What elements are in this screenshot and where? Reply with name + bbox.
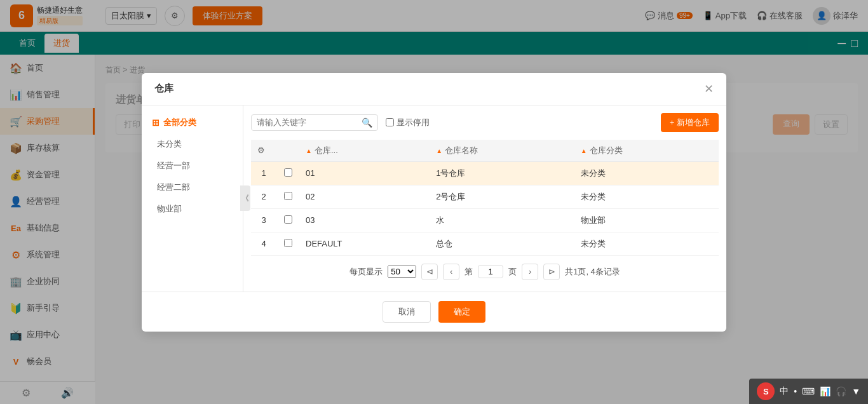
row-gear-3: 3 bbox=[251, 208, 276, 232]
show-disabled-label: 显示停用 bbox=[397, 117, 430, 128]
row-cb-2 bbox=[276, 185, 299, 208]
page-input[interactable] bbox=[478, 265, 503, 278]
row-category-3: 物业部 bbox=[574, 208, 719, 232]
row-num-1: 01 bbox=[299, 161, 430, 185]
table-row[interactable]: 3 03 水 物业部 bbox=[251, 208, 719, 232]
category-panel: ⊞ 全部分类 未分类 经营一部 经营二部 物业部 《 bbox=[142, 105, 243, 292]
row-cb-3 bbox=[276, 208, 299, 232]
keyboard-icon[interactable]: ⌨ bbox=[802, 386, 815, 396]
chart-icon[interactable]: 📊 bbox=[820, 386, 831, 396]
row-num-3: 03 bbox=[299, 208, 430, 232]
table-toolbar: 🔍 显示停用 + 新增仓库 bbox=[251, 113, 719, 132]
search-input[interactable] bbox=[257, 118, 362, 127]
search-wrap: 🔍 bbox=[251, 114, 378, 131]
row-name-3: 水 bbox=[430, 208, 574, 232]
dialog-footer: 取消 确定 bbox=[142, 292, 726, 332]
page-next-button[interactable]: › bbox=[522, 264, 538, 280]
total-info: 共1页, 4条记录 bbox=[565, 266, 620, 278]
search-icon[interactable]: 🔍 bbox=[362, 118, 372, 128]
row-name-4: 总仓 bbox=[430, 232, 574, 255]
dialog-close-button[interactable]: ✕ bbox=[704, 82, 714, 96]
col-checkbox bbox=[276, 140, 299, 162]
col-name[interactable]: ▲仓库名称 bbox=[430, 140, 574, 162]
pagination: 每页显示 50 100 200 ⊲ ‹ 第 页 › ⊳ 共1页, 4条记录 bbox=[251, 256, 719, 284]
row-category-2: 未分类 bbox=[574, 185, 719, 208]
row-num-4: DEFAULT bbox=[299, 232, 430, 255]
category-item-property[interactable]: 物业部 bbox=[142, 198, 243, 220]
confirm-button[interactable]: 确定 bbox=[438, 301, 485, 323]
row-num-2: 02 bbox=[299, 185, 430, 208]
grid-icon: ⊞ bbox=[152, 118, 159, 128]
dialog-title: 仓库 bbox=[154, 83, 173, 95]
headset-bottom-icon[interactable]: 🎧 bbox=[836, 386, 846, 396]
sort-icon-name: ▲ bbox=[436, 147, 442, 154]
dot-icon: • bbox=[794, 386, 797, 396]
input-method-icon[interactable]: 中 bbox=[780, 386, 789, 397]
warehouse-table: ⚙ ▲仓库... ▲仓库名称 ▲仓库分类 bbox=[251, 140, 719, 256]
table-row[interactable]: 2 02 2号仓库 未分类 bbox=[251, 185, 719, 208]
row-category-1: 未分类 bbox=[574, 161, 719, 185]
per-page-label: 每页显示 bbox=[349, 266, 383, 278]
cancel-button[interactable]: 取消 bbox=[383, 301, 431, 323]
category-item-ops1[interactable]: 经营一部 bbox=[142, 155, 243, 177]
page-first-button[interactable]: ⊲ bbox=[421, 264, 438, 280]
show-disabled-checkbox[interactable] bbox=[386, 118, 394, 126]
row-checkbox-3[interactable] bbox=[284, 215, 292, 224]
dialog-overlay: 仓库 ✕ ⊞ 全部分类 未分类 经营一部 经营二部 物业部 《 bbox=[0, 0, 868, 404]
page-label: 第 bbox=[465, 266, 473, 278]
table-row[interactable]: 1 01 1号仓库 未分类 bbox=[251, 161, 719, 185]
category-item-uncategorized[interactable]: 未分类 bbox=[142, 133, 243, 155]
sort-icon-code: ▲ bbox=[306, 147, 312, 154]
chevron-bottom-icon[interactable]: ▼ bbox=[851, 386, 860, 396]
dialog-header: 仓库 ✕ bbox=[142, 73, 726, 105]
table-panel: 🔍 显示停用 + 新增仓库 ⚙ bbox=[243, 105, 726, 292]
row-cb-1 bbox=[276, 161, 299, 185]
page-last-button[interactable]: ⊳ bbox=[543, 264, 560, 280]
page-prev-button[interactable]: ‹ bbox=[443, 264, 459, 280]
col-category[interactable]: ▲仓库分类 bbox=[574, 140, 719, 162]
gear-icon: ⚙ bbox=[257, 145, 265, 155]
col-gear: ⚙ bbox=[251, 140, 276, 162]
sort-icon-category: ▲ bbox=[581, 147, 587, 154]
bottom-right-bar: S 中 • ⌨ 📊 🎧 ▼ bbox=[749, 379, 868, 404]
add-warehouse-button[interactable]: + 新增仓库 bbox=[661, 113, 719, 132]
row-gear-4: 4 bbox=[251, 232, 276, 255]
row-gear-2: 2 bbox=[251, 185, 276, 208]
page-unit: 页 bbox=[508, 266, 517, 278]
col-code[interactable]: ▲仓库... bbox=[299, 140, 430, 162]
collapse-category-button[interactable]: 《 bbox=[240, 185, 250, 211]
row-name-2: 2号仓库 bbox=[430, 185, 574, 208]
s-logo: S bbox=[757, 382, 775, 400]
show-disabled-wrap: 显示停用 bbox=[386, 117, 430, 128]
row-checkbox-4[interactable] bbox=[284, 239, 292, 247]
row-name-1: 1号仓库 bbox=[430, 161, 574, 185]
category-all-label: 全部分类 bbox=[163, 117, 196, 128]
category-item-ops2[interactable]: 经营二部 bbox=[142, 177, 243, 198]
dialog-body: ⊞ 全部分类 未分类 经营一部 经营二部 物业部 《 🔍 bbox=[142, 105, 726, 292]
warehouse-dialog: 仓库 ✕ ⊞ 全部分类 未分类 经营一部 经营二部 物业部 《 bbox=[142, 73, 726, 332]
row-category-4: 未分类 bbox=[574, 232, 719, 255]
row-gear-1: 1 bbox=[251, 161, 276, 185]
table-row[interactable]: 4 DEFAULT 总仓 未分类 bbox=[251, 232, 719, 255]
row-cb-4 bbox=[276, 232, 299, 255]
category-all[interactable]: ⊞ 全部分类 bbox=[142, 112, 243, 133]
per-page-select[interactable]: 50 100 200 bbox=[388, 266, 416, 278]
row-checkbox-2[interactable] bbox=[284, 192, 292, 200]
row-checkbox-1[interactable] bbox=[284, 168, 292, 177]
